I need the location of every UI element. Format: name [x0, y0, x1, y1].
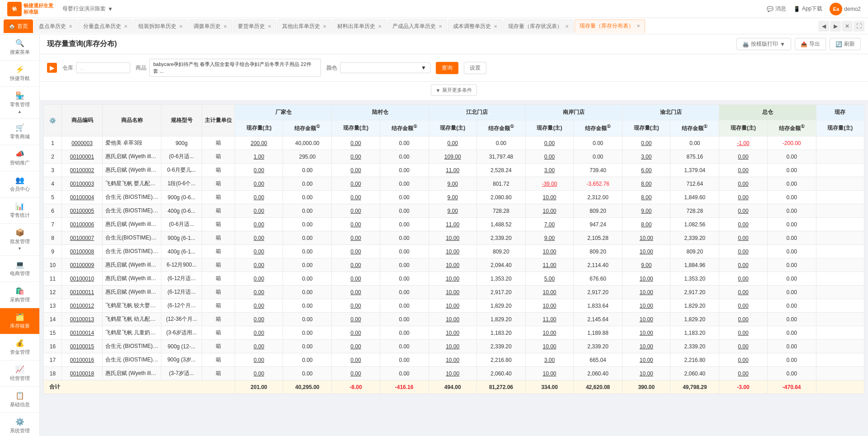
sidebar-item-search[interactable]: 🔍 搜索英单 [0, 34, 39, 61]
export-btn[interactable]: 📤 导出 [795, 38, 826, 50]
tab-inventory-check[interactable]: 盘点单历史 ✕ [34, 19, 77, 33]
row-unit: 箱 [202, 218, 235, 231]
row-name: 合生元 (BIOSTIME) ... [103, 340, 161, 353]
tab-close-11[interactable]: ✕ [637, 23, 640, 28]
sidebar-item-retail-mgmt[interactable]: 🏪 零售管理 ▲ [0, 87, 39, 119]
row-c1-amt: 40,000.00 [283, 136, 332, 150]
sidebar-item-quicknav[interactable]: ⚡ 快捷导航 [0, 61, 39, 87]
tab-close-all-btn[interactable]: ✕ [842, 21, 853, 32]
purchase-icon: 🛍️ [15, 286, 24, 295]
sidebar-item-system[interactable]: ⚙️ 系统管理 [0, 413, 39, 436]
tab-expand-btn[interactable]: ⛶ [854, 21, 864, 32]
tab-assembly[interactable]: 组装拆卸单历史 ✕ [133, 19, 188, 33]
tab-close-1[interactable]: ✕ [69, 24, 72, 29]
summary-cur [816, 380, 864, 394]
tab-product-in[interactable]: 产成品入库单历史 ✕ [387, 19, 447, 33]
row-code: 00100014 [62, 326, 103, 340]
tab-home[interactable]: 🏠 首页 [4, 19, 33, 33]
refresh-btn[interactable]: 🔄 刷新 [830, 38, 861, 50]
tab-close-7[interactable]: ✕ [378, 24, 382, 29]
export-icon: 📤 [801, 41, 807, 47]
data-table: ⚙️ 商品编码 商品名称 规格型号 主计量单位 厂家仓 陆村仓 江北门店 南岸门… [43, 104, 864, 394]
sidebar-item-purchase[interactable]: 🛍️ 采购管理 [0, 282, 39, 308]
sidebar-item-online-store[interactable]: 🛒 零售商城 [0, 119, 39, 145]
tab-close-9[interactable]: ✕ [494, 24, 497, 29]
sidebar-item-marketing[interactable]: 📣 营销推广 [0, 145, 39, 171]
table-area[interactable]: ⚙️ 商品编码 商品名称 规格型号 主计量单位 厂家仓 陆村仓 江北门店 南岸门… [40, 101, 868, 436]
row-c2-qty: 0.00 [332, 326, 380, 340]
message-btn[interactable]: 💬 消息 [767, 5, 786, 13]
warehouse-filter: 仓库 ... [62, 62, 130, 73]
row-c1-qty: 0.00 [235, 177, 283, 191]
tab-other-out[interactable]: 其他出库单历史 ✕ [277, 19, 331, 33]
tab-stock-dist[interactable]: 现存量（库存分布表） ✕ [575, 19, 645, 33]
row-total-qty: 0.00 [719, 299, 767, 313]
row-c5-amt: 1,353.20 [670, 272, 719, 286]
tab-close-3[interactable]: ✕ [179, 24, 183, 29]
row-c5-amt: 2,339.20 [670, 231, 719, 245]
sidebar-item-retail-stats[interactable]: 📊 零售统计 [0, 197, 39, 224]
row-code: 00100006 [62, 218, 103, 231]
filter-expand-arrow[interactable]: ▶ [47, 63, 57, 73]
tab-close-10[interactable]: ✕ [565, 24, 569, 29]
row-c4-qty: 11.00 [525, 313, 573, 326]
product-input[interactable]: babycare孕妇待产包 春季入院全套母子组合孕妇产后冬季月子用品 22件套 … [149, 59, 321, 77]
tab-sub-inventory[interactable]: 分量盘点单历史 ✕ [78, 19, 132, 33]
nav-selector[interactable]: 母婴行业演示陈套 ▼ [62, 5, 113, 13]
tab-close-5[interactable]: ✕ [268, 24, 271, 29]
tab-cost-adjust[interactable]: 成本调整单历史 ✕ [448, 19, 502, 33]
tab-close-8[interactable]: ✕ [439, 24, 442, 29]
tab-stock-status[interactable]: 现存量（库存状况表） ✕ [503, 19, 574, 33]
sidebar-item-wholesale[interactable]: 📦 批发管理 ▼ [0, 224, 39, 256]
sidebar-item-member[interactable]: 👥 会员中心 [0, 171, 39, 197]
table-settings-icon[interactable]: ⚙️ [49, 117, 56, 124]
tab-next-btn[interactable]: ▶ [830, 21, 841, 32]
row-c1-amt: 0.00 [283, 353, 332, 367]
row-seq: 16 [44, 340, 62, 353]
row-c4-qty: 10.00 [525, 326, 573, 340]
row-c2-qty: 0.00 [332, 258, 380, 272]
app-download-btn[interactable]: 📱 App下载 [793, 5, 822, 13]
query-btn[interactable]: 查询 [436, 62, 458, 74]
row-c3-qty: 10.00 [429, 313, 476, 326]
row-total-amt: 0.00 [767, 313, 816, 326]
sidebar-item-inventory[interactable]: 🗂️ 库存核算 [0, 308, 39, 334]
row-c2-amt: 0.00 [380, 204, 429, 218]
row-c1-amt: 0.00 [283, 299, 332, 313]
tab-request[interactable]: 要货单历史 ✕ [233, 19, 276, 33]
tab-prev-btn[interactable]: ◀ [818, 21, 829, 32]
tab-material-out[interactable]: 材料出库单历史 ✕ [332, 19, 387, 33]
row-c2-qty: 0.00 [332, 245, 380, 258]
user-area[interactable]: Ea demo2 [830, 3, 861, 15]
color-select[interactable]: ▼ [340, 62, 430, 73]
warehouse-input[interactable]: ... [76, 62, 130, 73]
sidebar-item-finance[interactable]: 💰 资金管理 [0, 334, 39, 361]
row-seq: 10 [44, 258, 62, 272]
tab-transfer[interactable]: 调拨单历史 ✕ [189, 19, 232, 33]
row-c5-qty: 8.00 [623, 191, 670, 204]
tab-close-2[interactable]: ✕ [124, 24, 127, 29]
row-code: 00100001 [62, 150, 103, 164]
row-c5-amt: 0.00 [670, 136, 719, 150]
expand-conditions-btn[interactable]: ▼ 展开更多条件 [431, 84, 477, 96]
row-total-amt: 0.00 [767, 204, 816, 218]
row-c4-qty: -39.00 [525, 177, 573, 191]
col-spec-header: 规格型号 [161, 105, 202, 136]
sidebar-item-basic-info[interactable]: 📋 基础信息 [0, 387, 39, 413]
row-c3-qty: 10.00 [429, 258, 476, 272]
row-c1-amt: 0.00 [283, 286, 332, 299]
tab-close-4[interactable]: ✕ [223, 24, 227, 29]
row-code: 00100018 [62, 367, 103, 380]
tab-close-6[interactable]: ✕ [323, 24, 326, 29]
row-c3-amt: 31,797.48 [476, 150, 525, 164]
settings-btn[interactable]: 设置 [464, 62, 486, 74]
sidebar-item-ecommerce[interactable]: 💻 电商管理 [0, 256, 39, 282]
row-c4-amt: 2,114.40 [574, 258, 623, 272]
row-c1-qty: 0.00 [235, 164, 283, 177]
sidebar-item-business[interactable]: 📈 经营管理 [0, 361, 39, 387]
col-jb-amt: 结存金额① [476, 120, 525, 136]
print-btn[interactable]: 🖨️ 按模版打印 ▼ [736, 38, 791, 50]
row-name: 飞鹤星飞帆 儿童奶粉 4... [103, 326, 161, 340]
row-cur [816, 326, 864, 340]
row-c3-amt: 1,829.20 [476, 299, 525, 313]
